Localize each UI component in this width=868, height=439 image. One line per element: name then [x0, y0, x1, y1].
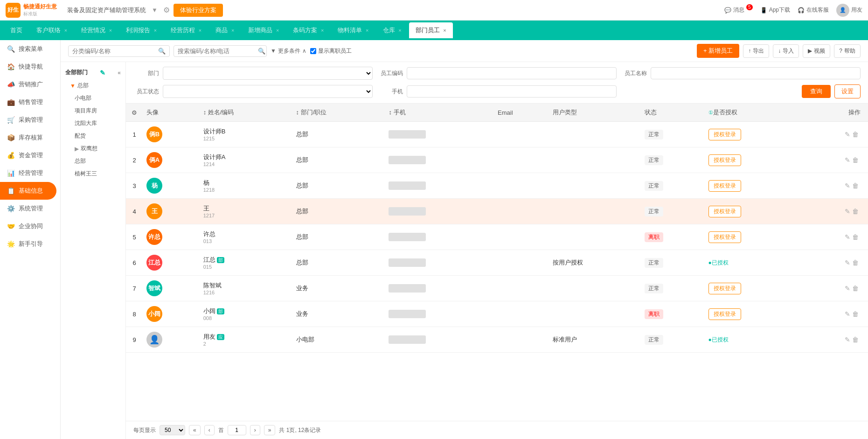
- col-name[interactable]: ↕ 姓名/编码: [200, 104, 292, 122]
- per-page-select[interactable]: 50 100: [160, 425, 185, 435]
- delete-icon[interactable]: 🗑: [852, 233, 859, 241]
- edit-icon[interactable]: ✎: [845, 233, 850, 241]
- sidebar-item-marketing[interactable]: 📣 营销推广: [0, 76, 60, 93]
- auth-login-button[interactable]: 授权登录: [708, 129, 741, 140]
- import-label: 导入: [783, 47, 794, 55]
- collapse-icon[interactable]: «: [118, 70, 121, 76]
- nav-item-warehouse[interactable]: 仓库 ×: [376, 22, 408, 38]
- last-page-btn[interactable]: »: [264, 425, 276, 435]
- edit-icon[interactable]: ✎: [845, 310, 850, 318]
- edit-icon[interactable]: ✎: [845, 156, 850, 164]
- edit-icon[interactable]: ✎: [845, 131, 850, 138]
- emp-code-input[interactable]: [407, 67, 617, 79]
- page-number-input[interactable]: 1: [228, 425, 246, 435]
- nav-item-operation[interactable]: 经营情况 ×: [75, 22, 118, 38]
- dept-item-peihuo[interactable]: 配货: [61, 130, 125, 142]
- dept-item-zongbu2[interactable]: 总部: [61, 155, 125, 167]
- employee-search-box[interactable]: 🔍: [174, 45, 267, 57]
- nav-item-addgoods[interactable]: 新增商品 ×: [242, 22, 285, 38]
- auth-login-button[interactable]: 授权登录: [708, 308, 741, 320]
- auth-login-button[interactable]: 授权登录: [708, 231, 741, 243]
- col-settings[interactable]: ⚙: [126, 104, 143, 122]
- show-resigned-checkbox[interactable]: 显示离职员工: [310, 47, 352, 55]
- user-area[interactable]: 👤 用友: [836, 4, 862, 17]
- dept-filter-row: 部门: [133, 67, 373, 80]
- sidebar-item-guide[interactable]: 🌟 新手引导: [0, 235, 60, 253]
- sidebar-item-search[interactable]: 🔍 搜索菜单: [0, 40, 60, 58]
- delete-icon[interactable]: 🗑: [852, 182, 859, 189]
- delete-icon[interactable]: 🗑: [852, 131, 859, 138]
- auth-login-button[interactable]: 授权登录: [708, 154, 741, 166]
- nav-item-barcode[interactable]: 条码方案 ×: [286, 22, 330, 38]
- more-filter-btn[interactable]: ▼ 更多条件 ∧: [271, 47, 306, 55]
- next-page-btn[interactable]: ›: [250, 425, 260, 435]
- col-auth[interactable]: ①是否授权: [705, 104, 802, 122]
- dept-item-xiaodianbu[interactable]: 小电部: [61, 92, 125, 105]
- nav-item-home[interactable]: 首页: [4, 22, 29, 38]
- nav-bar: 首页 客户联络 × 经营情况 × 利润报告 × 经营历程 × 商品 × 新增商品…: [0, 21, 868, 40]
- trial-button[interactable]: 体验行业方案: [174, 4, 223, 17]
- prev-page-btn[interactable]: ‹: [204, 425, 215, 435]
- dept-item-shuangyingxiang[interactable]: ▶ 双鹰想: [61, 142, 125, 155]
- sidebar-item-collab[interactable]: 🤝 企业协同: [0, 217, 60, 235]
- delete-icon[interactable]: 🗑: [852, 208, 859, 215]
- nav-item-profit[interactable]: 利润报告 ×: [119, 22, 163, 38]
- edit-icon[interactable]: ✎: [845, 259, 850, 266]
- dropdown-icon[interactable]: ▼: [152, 7, 158, 14]
- sidebar-item-business[interactable]: 📊 经营管理: [0, 164, 60, 182]
- emp-status-select[interactable]: [163, 85, 373, 98]
- show-resigned-check[interactable]: [310, 48, 316, 54]
- edit-icon[interactable]: ✎: [845, 336, 850, 343]
- help-button[interactable]: ? 帮助: [834, 44, 861, 58]
- set-button[interactable]: 设置: [834, 84, 861, 98]
- sidebar-item-sales[interactable]: 💼 销售管理: [0, 93, 60, 111]
- add-employee-button[interactable]: + 新增员工: [697, 44, 739, 58]
- sidebar-item-system[interactable]: ⚙️ 系统管理: [0, 200, 60, 217]
- edit-icon[interactable]: ✎: [845, 208, 850, 215]
- delete-icon[interactable]: 🗑: [852, 310, 859, 318]
- sidebar-item-nav[interactable]: 🏠 快捷导航: [0, 58, 60, 76]
- category-search-icon[interactable]: 🔍: [158, 48, 166, 55]
- sidebar-item-finance[interactable]: 💰 资金管理: [0, 146, 60, 164]
- delete-icon[interactable]: 🗑: [852, 259, 859, 266]
- nav-item-employees[interactable]: 部门员工 ×: [409, 22, 453, 38]
- settings-icon[interactable]: ⚙: [163, 6, 170, 14]
- delete-icon[interactable]: 🗑: [852, 285, 859, 292]
- dept-item-zongbu-arrow[interactable]: ▼ 总部: [61, 79, 125, 92]
- query-button[interactable]: 查询: [802, 85, 831, 98]
- auth-login-button[interactable]: 授权登录: [708, 283, 741, 294]
- employee-search-input[interactable]: [178, 48, 256, 55]
- sidebar-item-purchase[interactable]: 🛒 采购管理: [0, 111, 60, 129]
- delete-icon[interactable]: 🗑: [852, 336, 859, 343]
- app-download-btn[interactable]: 📱 App下载: [760, 6, 790, 14]
- online-service-btn[interactable]: 🎧 在线客服: [798, 6, 829, 14]
- emp-name-input[interactable]: [651, 67, 861, 79]
- dept-item-zhishu[interactable]: 植树王三: [61, 167, 125, 180]
- nav-item-bom[interactable]: 物料清单 ×: [331, 22, 375, 38]
- col-phone[interactable]: ↕ 手机: [385, 104, 494, 122]
- first-page-btn[interactable]: «: [189, 425, 201, 435]
- nav-item-history[interactable]: 经营历程 ×: [164, 22, 208, 38]
- edit-dept-icon[interactable]: ✎: [100, 69, 105, 77]
- view-button[interactable]: ▶ 视频: [803, 44, 830, 58]
- sidebar-item-basic[interactable]: 📋 基础信息: [0, 182, 56, 200]
- import-button[interactable]: ↓ 导入: [773, 44, 799, 58]
- category-search-input[interactable]: [72, 48, 156, 55]
- auth-login-button[interactable]: 授权登录: [708, 180, 741, 192]
- dept-item-shenyang[interactable]: 沈阳大库: [61, 117, 125, 130]
- dept-item-xiangmu[interactable]: 项目库房: [61, 105, 125, 117]
- nav-item-customer[interactable]: 客户联络 ×: [30, 22, 74, 38]
- edit-icon[interactable]: ✎: [845, 182, 850, 189]
- export-button[interactable]: ↑ 导出: [743, 44, 769, 58]
- delete-icon[interactable]: 🗑: [852, 156, 859, 164]
- col-dept[interactable]: ↕ 部门/职位: [292, 104, 385, 122]
- employee-search-icon[interactable]: 🔍: [258, 48, 265, 55]
- nav-item-goods[interactable]: 商品 ×: [209, 22, 241, 38]
- auth-login-button[interactable]: 授权登录: [708, 206, 741, 217]
- message-btn[interactable]: 💬 消息 5: [724, 6, 753, 14]
- category-search-box[interactable]: 🔍: [68, 45, 170, 57]
- sidebar-item-inventory[interactable]: 📦 库存核算: [0, 129, 60, 146]
- phone-input[interactable]: [407, 85, 617, 98]
- edit-icon[interactable]: ✎: [845, 285, 850, 292]
- dept-filter-select[interactable]: [163, 67, 373, 80]
